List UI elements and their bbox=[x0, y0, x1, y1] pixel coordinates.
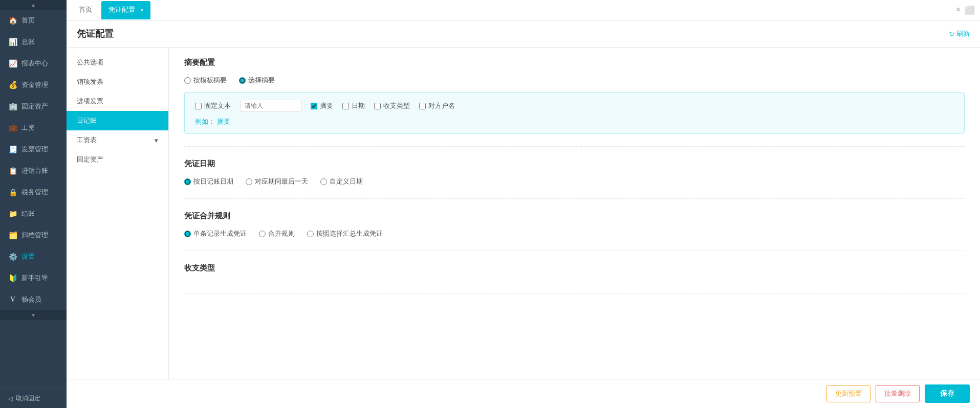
sidebar-item-tax[interactable]: 🔒 税务管理 bbox=[0, 182, 67, 203]
sidebar-item-assets[interactable]: 🏢 固定资产 bbox=[0, 96, 67, 117]
tax-icon: 🔒 bbox=[8, 188, 17, 196]
sidebar-item-trade[interactable]: 📋 进销台账 bbox=[0, 160, 67, 182]
window-close-icon[interactable]: × bbox=[956, 5, 961, 15]
archive-icon: 🗂️ bbox=[8, 231, 17, 239]
check-summary-label: 摘要 bbox=[320, 101, 333, 110]
window-restore-icon[interactable]: ⬜ bbox=[965, 5, 975, 15]
summary-title: 摘要配置 bbox=[184, 58, 965, 67]
radio-template-input[interactable] bbox=[184, 77, 191, 84]
assets-icon: 🏢 bbox=[8, 102, 17, 110]
sidebar-item-label: 工资 bbox=[21, 123, 35, 132]
radio-select-input[interactable] bbox=[239, 77, 246, 84]
sidebar-item-archive[interactable]: 🗂️ 归档管理 bbox=[0, 224, 67, 246]
tab-close-icon[interactable]: × bbox=[140, 7, 143, 13]
check-date-label: 日期 bbox=[352, 101, 365, 110]
tab-voucher-config[interactable]: 凭证配置 × bbox=[101, 1, 150, 19]
sidebar-item-invoice[interactable]: 🧾 发票管理 bbox=[0, 139, 67, 160]
tab-home-label: 首页 bbox=[79, 5, 92, 14]
radio-select-merge-input[interactable] bbox=[307, 231, 314, 237]
check-income-type[interactable]: 收支类型 bbox=[374, 101, 410, 110]
example-text: 例如： 摘要 bbox=[195, 117, 954, 126]
radio-custom-date-label: 自定义日期 bbox=[330, 177, 363, 186]
save-button[interactable]: 保存 bbox=[925, 384, 970, 403]
fixed-text-input[interactable] bbox=[240, 100, 301, 112]
sidebar-item-ledger[interactable]: 📊 总账 bbox=[0, 31, 67, 53]
sidebar-pin-button[interactable]: ◁ 取消固定 bbox=[0, 389, 67, 408]
check-summary-input[interactable] bbox=[311, 103, 317, 109]
sidebar-scroll-down[interactable]: ▼ bbox=[0, 310, 67, 320]
radio-custom-date-input[interactable] bbox=[320, 178, 327, 185]
date-section: 凭证日期 按日记账日期 对应期间最后一天 自定义日期 bbox=[184, 159, 965, 199]
check-summary[interactable]: 摘要 bbox=[311, 101, 333, 110]
left-nav-public[interactable]: 公共选项 bbox=[67, 53, 168, 72]
radio-template[interactable]: 按模板摘要 bbox=[184, 76, 227, 85]
right-content: 摘要配置 按模板摘要 选择摘要 bbox=[169, 48, 980, 379]
left-nav-journal[interactable]: 日记账 bbox=[67, 111, 168, 130]
invoice-icon: 🧾 bbox=[8, 145, 17, 153]
sidebar-item-label: 畅会员 bbox=[21, 295, 41, 304]
radio-last-day-input[interactable] bbox=[246, 178, 252, 185]
home-icon: 🏠 bbox=[8, 16, 17, 25]
window-controls: × ⬜ bbox=[956, 5, 975, 15]
sidebar-item-label: 固定资产 bbox=[21, 102, 48, 111]
left-nav-fixed-assets-label: 固定资产 bbox=[77, 155, 103, 164]
sidebar-item-payroll[interactable]: 💼 工资 bbox=[0, 117, 67, 139]
page-title: 凭证配置 bbox=[77, 28, 114, 40]
close-accounts-icon: 📁 bbox=[8, 210, 17, 218]
sidebar-item-home[interactable]: 🏠 首页 bbox=[0, 10, 67, 31]
left-nav-journal-label: 日记账 bbox=[77, 116, 97, 125]
radio-merge-input[interactable] bbox=[259, 231, 266, 237]
radio-journal-date-input[interactable] bbox=[184, 178, 191, 185]
update-button[interactable]: 更新预置 bbox=[826, 385, 870, 402]
radio-select[interactable]: 选择摘要 bbox=[239, 76, 275, 85]
check-counterpart[interactable]: 对方户名 bbox=[419, 101, 455, 110]
bottom-bar: 更新预置 批量删除 保存 bbox=[67, 379, 980, 408]
left-nav-fixed-assets[interactable]: 固定资产 bbox=[67, 150, 168, 169]
refresh-icon: ↻ bbox=[949, 30, 954, 38]
summary-radio-group: 按模板摘要 选择摘要 bbox=[184, 76, 965, 85]
sidebar-item-label: 资金管理 bbox=[21, 80, 48, 89]
check-fixed-text-input[interactable] bbox=[195, 103, 202, 109]
radio-merge[interactable]: 合并规则 bbox=[259, 229, 295, 238]
left-nav-purchase[interactable]: 进项发票 bbox=[67, 92, 168, 111]
radio-journal-date[interactable]: 按日记账日期 bbox=[184, 177, 233, 186]
left-nav-sales[interactable]: 销项发票 bbox=[67, 72, 168, 92]
check-counterpart-input[interactable] bbox=[419, 103, 426, 109]
sidebar-item-settings[interactable]: ⚙️ 设置 bbox=[0, 246, 67, 267]
check-date[interactable]: 日期 bbox=[342, 101, 365, 110]
sidebar-item-label: 设置 bbox=[21, 252, 35, 261]
batch-delete-button[interactable]: 批量删除 bbox=[876, 385, 920, 402]
sidebar-item-report[interactable]: 📈 报表中心 bbox=[0, 53, 67, 74]
tab-bar: 首页 凭证配置 × × ⬜ bbox=[67, 0, 980, 20]
sidebar: ▲ 🏠 首页 📊 总账 📈 报表中心 💰 资金管理 🏢 固定资产 💼 工资 🧾 … bbox=[0, 0, 67, 408]
sidebar-item-label: 报表中心 bbox=[21, 59, 48, 68]
tab-home[interactable]: 首页 bbox=[72, 1, 99, 19]
sidebar-item-member[interactable]: V 畅会员 bbox=[0, 289, 67, 310]
sidebar-scroll-up[interactable]: ▲ bbox=[0, 0, 67, 10]
radio-single[interactable]: 单条记录生成凭证 bbox=[184, 229, 247, 238]
summary-box: 固定文本 摘要 日期 bbox=[184, 92, 965, 134]
example-value: 摘要 bbox=[217, 118, 230, 125]
sidebar-item-funds[interactable]: 💰 资金管理 bbox=[0, 74, 67, 96]
sidebar-item-close[interactable]: 📁 结账 bbox=[0, 203, 67, 224]
check-date-input[interactable] bbox=[342, 103, 349, 109]
radio-custom-date[interactable]: 自定义日期 bbox=[320, 177, 363, 186]
refresh-label: 刷新 bbox=[956, 29, 970, 38]
radio-single-input[interactable] bbox=[184, 231, 191, 237]
sidebar-item-label: 税务管理 bbox=[21, 188, 48, 197]
page-header: 凭证配置 ↻ 刷新 bbox=[67, 20, 980, 48]
sidebar-item-label: 总账 bbox=[21, 37, 35, 47]
merge-title: 凭证合并规则 bbox=[184, 211, 965, 221]
check-fixed-text-label: 固定文本 bbox=[204, 101, 231, 110]
ledger-icon: 📊 bbox=[8, 38, 17, 46]
check-fixed-text[interactable]: 固定文本 bbox=[195, 101, 231, 110]
left-nav-payroll-table[interactable]: 工资表 ▾ bbox=[67, 130, 168, 150]
refresh-button[interactable]: ↻ 刷新 bbox=[949, 29, 970, 38]
content-layout: 公共选项 销项发票 进项发票 日记账 工资表 ▾ 固定资产 bbox=[67, 48, 980, 379]
check-income-type-input[interactable] bbox=[374, 103, 381, 109]
left-nav-purchase-label: 进项发票 bbox=[77, 97, 103, 106]
radio-last-day[interactable]: 对应期间最后一天 bbox=[246, 177, 308, 186]
member-icon: V bbox=[8, 296, 17, 304]
radio-select-merge[interactable]: 按照选择汇总生成凭证 bbox=[307, 229, 383, 238]
sidebar-item-guide[interactable]: 🔰 新手引导 bbox=[0, 267, 67, 289]
